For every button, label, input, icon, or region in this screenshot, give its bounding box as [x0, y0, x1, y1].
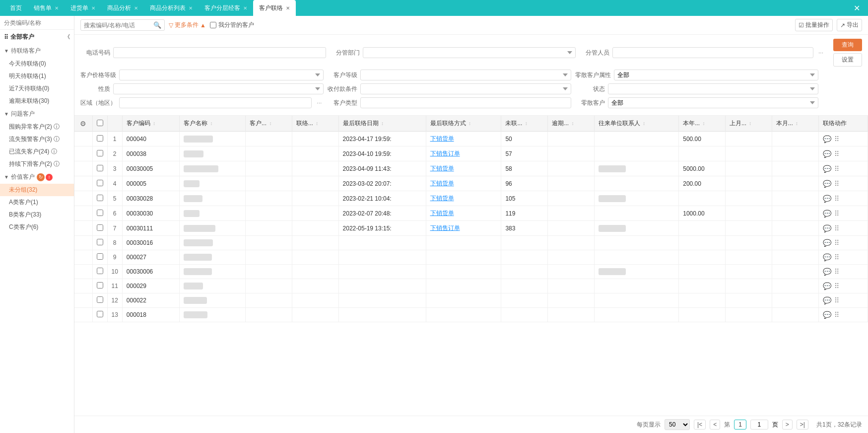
- more-icon-6[interactable]: ⠿: [834, 224, 839, 232]
- row-actions-11[interactable]: 💬 ⠿: [818, 293, 868, 308]
- tab-sales-order[interactable]: 销售单 ✕: [28, 0, 65, 16]
- more-icon-5[interactable]: ⠿: [834, 210, 839, 217]
- close-customer-contact[interactable]: ✕: [286, 5, 290, 11]
- more-icon-12[interactable]: ⠿: [834, 311, 839, 319]
- more-conditions-btn[interactable]: ▽ 更多条件 ▲: [169, 21, 206, 29]
- price-level-select[interactable]: [119, 70, 324, 80]
- row-actions-9[interactable]: 💬 ⠿: [818, 265, 868, 279]
- code-col-header[interactable]: 客户编码 ↕: [122, 116, 179, 132]
- row-actions-0[interactable]: 💬 ⠿: [818, 132, 868, 146]
- this-year-col-header[interactable]: 本年... ↕: [679, 116, 726, 132]
- row-checkbox-12[interactable]: [92, 308, 107, 322]
- row-checkbox-5[interactable]: [92, 206, 107, 221]
- overdue-col-header[interactable]: 逾期... ↕: [548, 116, 595, 132]
- row-last-contact-method-3[interactable]: 下销货单: [426, 176, 501, 191]
- sidebar-item-stockpile[interactable]: 囤购异常客户(2) ⓘ: [0, 121, 74, 133]
- row-checkbox-8[interactable]: [92, 250, 107, 265]
- settings-col-header[interactable]: ⚙: [74, 116, 92, 132]
- more-icon-1[interactable]: ⠿: [834, 150, 839, 158]
- chat-icon-2[interactable]: 💬: [823, 165, 831, 173]
- row-actions-6[interactable]: 💬 ⠿: [818, 221, 868, 236]
- page-jump-input[interactable]: [750, 420, 768, 430]
- export-btn[interactable]: ↗ 导出: [837, 19, 862, 31]
- more-icon-3[interactable]: ⠿: [834, 180, 839, 188]
- row-last-contact-method-8[interactable]: [426, 250, 501, 265]
- sidebar-item-class-a[interactable]: A类客户(1): [0, 196, 74, 209]
- chat-icon-12[interactable]: 💬: [823, 311, 831, 319]
- row-last-contact-method-1[interactable]: 下销售订单: [426, 146, 501, 161]
- sidebar-item-tomorrow[interactable]: 明天待联络(1): [0, 70, 74, 82]
- more-icon-7[interactable]: ⠿: [834, 239, 839, 247]
- row-actions-12[interactable]: 💬 ⠿: [818, 308, 868, 322]
- row-checkbox-6[interactable]: [92, 221, 107, 236]
- more-icon-2[interactable]: ⠿: [834, 165, 839, 173]
- more-icon-4[interactable]: ⠿: [834, 195, 839, 203]
- search-box[interactable]: 🔍: [80, 19, 165, 31]
- sidebar-item-class-b[interactable]: B类客户(33): [0, 209, 74, 221]
- contact-col-header[interactable]: 联络... ↕: [292, 116, 338, 132]
- person-input[interactable]: [612, 47, 813, 58]
- close-purchase-order[interactable]: ✕: [91, 5, 95, 11]
- row-checkbox-7[interactable]: [92, 236, 107, 250]
- row-checkbox-4[interactable]: [92, 191, 107, 206]
- row-checkbox-10[interactable]: [92, 279, 107, 293]
- more-icon-11[interactable]: ⠿: [834, 296, 839, 304]
- sidebar-item-ungroued[interactable]: 未分组(32): [0, 184, 74, 196]
- row-checkbox-0[interactable]: [92, 132, 107, 146]
- query-button[interactable]: 查询: [833, 39, 862, 51]
- row-last-contact-method-4[interactable]: 下销货单: [426, 191, 501, 206]
- row-checkbox-1[interactable]: [92, 146, 107, 161]
- uncontacted-col-header[interactable]: 未联... ↕: [501, 116, 548, 132]
- customer-type-input[interactable]: [360, 97, 571, 108]
- nature-select[interactable]: [113, 83, 324, 94]
- row-checkbox-11[interactable]: [92, 293, 107, 308]
- tab-product-analysis-list[interactable]: 商品分析列表 ✕: [144, 0, 199, 16]
- row-last-contact-method-7[interactable]: [426, 236, 501, 250]
- tab-purchase-order[interactable]: 进货单 ✕: [65, 0, 101, 16]
- row-actions-10[interactable]: 💬 ⠿: [818, 279, 868, 293]
- sidebar-item-today[interactable]: 今天待联络(0): [0, 58, 74, 70]
- row-last-contact-method-12[interactable]: [426, 308, 501, 322]
- chat-icon-11[interactable]: 💬: [823, 296, 831, 304]
- search-input[interactable]: [84, 22, 153, 29]
- sidebar-item-churn-warn[interactable]: 流失预警客户(3) ⓘ: [0, 133, 74, 145]
- row-actions-8[interactable]: 💬 ⠿: [818, 250, 868, 265]
- region-input[interactable]: [119, 97, 312, 108]
- first-page-btn[interactable]: |<: [694, 420, 706, 430]
- row-checkbox-3[interactable]: [92, 176, 107, 191]
- close-sales-order[interactable]: ✕: [55, 5, 59, 11]
- more-icon-10[interactable]: ⠿: [834, 282, 839, 290]
- last-contact-date-col-header[interactable]: 最后联络日期 ↕: [338, 116, 426, 132]
- problem-customers-group[interactable]: ▼ 问题客户: [0, 107, 74, 121]
- row-last-contact-method-5[interactable]: 下销货单: [426, 206, 501, 221]
- more-icon-0[interactable]: ⠿: [834, 135, 839, 143]
- row-actions-3[interactable]: 💬 ⠿: [818, 176, 868, 191]
- chat-icon-10[interactable]: 💬: [823, 282, 831, 290]
- row-last-contact-method-11[interactable]: [426, 293, 501, 308]
- sidebar-item-churned[interactable]: 已流失客户(24) ⓘ: [0, 145, 74, 158]
- tab-product-analysis[interactable]: 商品分析 ✕: [101, 0, 144, 16]
- sidebar-item-decline[interactable]: 持续下滑客户(2) ⓘ: [0, 158, 74, 170]
- close-product-analysis-list[interactable]: ✕: [189, 5, 193, 11]
- region-dotdot[interactable]: ···: [315, 99, 324, 106]
- chat-icon-1[interactable]: 💬: [823, 150, 831, 158]
- value-customers-group[interactable]: ▼ 价值客户 ↻ !: [0, 170, 74, 184]
- chat-icon-4[interactable]: 💬: [823, 195, 831, 203]
- type-col-header[interactable]: 客户... ↕: [246, 116, 292, 132]
- chat-icon-8[interactable]: 💬: [823, 253, 831, 261]
- scattered-select[interactable]: 全部: [608, 97, 818, 108]
- person-dotdot[interactable]: ···: [816, 49, 825, 56]
- all-customers-header[interactable]: ⠿ 全部客户 《: [0, 30, 74, 44]
- last-contact-method-col-header[interactable]: 最后联络方式 ↕: [426, 116, 501, 132]
- customer-level-select[interactable]: [360, 70, 571, 80]
- tab-customer-contact[interactable]: 客户联络 ✕: [253, 0, 296, 16]
- batch-ops-btn[interactable]: ☑ 批量操作: [795, 19, 833, 31]
- gear-icon[interactable]: ⚙: [80, 120, 86, 128]
- sidebar-search-input[interactable]: [4, 19, 74, 26]
- chat-icon-3[interactable]: 💬: [823, 180, 831, 188]
- row-checkbox-2[interactable]: [92, 161, 107, 176]
- this-month-col-header[interactable]: 本月... ↕: [772, 116, 818, 132]
- page-size-select[interactable]: 50 20 100: [665, 419, 690, 430]
- chat-icon-5[interactable]: 💬: [823, 210, 831, 217]
- phone-input[interactable]: [113, 47, 326, 58]
